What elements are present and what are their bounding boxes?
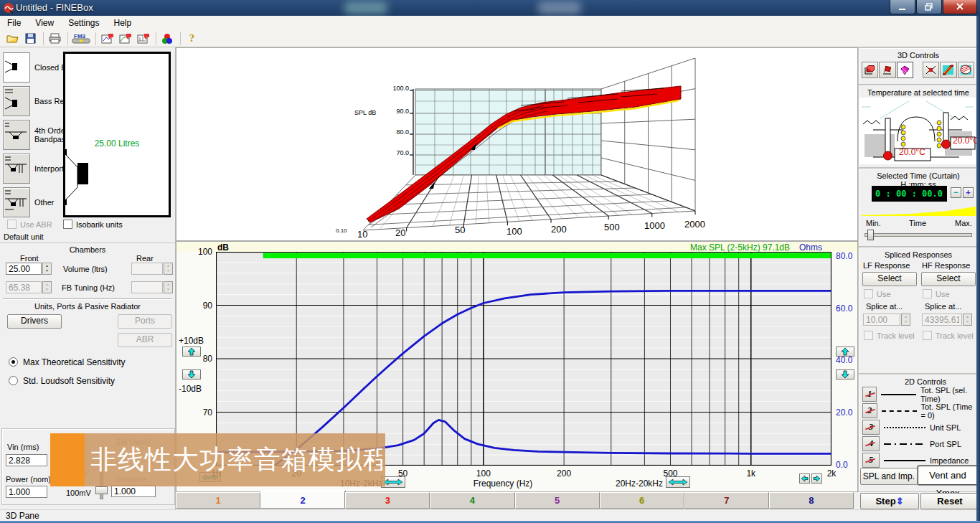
menu-settings[interactable]: Settings [61,17,106,29]
curve-5-button[interactable]: 5 [862,453,880,468]
lf-response-label: LF Response [863,261,910,270]
sensitivity-option-2[interactable]: Std. Loudsoft Sensitivity [9,376,115,386]
time-plus-button[interactable]: + [963,187,974,198]
3d-surface-button[interactable] [958,62,974,78]
front-volume-spinner[interactable]: ▲▼ [42,263,52,275]
tab-7[interactable]: 7 [684,492,769,509]
step-button-label: Step [875,496,895,506]
rgb-circles-icon [161,33,174,44]
front-label: Front [20,254,39,263]
export-graph-icon [137,33,150,44]
sensitivity-option-1[interactable]: Max Theoretical Sensitivity [9,357,126,367]
app-icon [3,2,14,14]
menu-view[interactable]: View [28,17,61,29]
save-button[interactable] [22,31,39,46]
tab-6[interactable]: 6 [600,492,684,509]
box-diagram: 25.00 Litres [63,52,171,217]
tab-4[interactable]: 4 [430,492,514,509]
restore-button[interactable] [916,0,942,14]
rear-label: Rear [136,254,154,263]
3d-curtain-button[interactable] [940,62,956,78]
curve-2-button[interactable]: 2 [862,403,877,418]
2d-control-curve-1: 1Tot. SPL (sel. Time) [859,386,978,402]
step-button[interactable]: Step⇕ [860,493,919,509]
ohm-tick-label: 60.0 [836,303,852,314]
drivers-button[interactable]: Drivers [7,314,62,329]
close-button[interactable] [943,0,977,14]
shift-left-button[interactable] [799,473,810,484]
box-type-icon [3,120,30,150]
curve-3-button[interactable]: 3 [862,420,880,435]
fm3-icon: FM3 [72,33,90,44]
tab-5[interactable]: 5 [515,492,600,509]
3d-plot-pane[interactable]: 100.090.080.070.0SPL dB10205010020050010… [176,47,858,241]
tab-3[interactable]: 3 [345,492,430,509]
freq-tick-label: 1k [738,468,764,479]
gain-down-button[interactable] [182,369,201,380]
export-curve-button[interactable] [117,31,133,46]
tab-8[interactable]: 8 [769,492,854,509]
help-button[interactable]: ? [184,31,200,46]
curve-label: Tot. SPL (sel. Time) [920,386,978,403]
status-text: 3D Pane [6,511,39,521]
fm3-button[interactable]: FM3 [71,31,91,46]
curve-4-button[interactable]: 4 [862,436,880,451]
vent-xmax-button[interactable]: Vent and Xmax [918,466,978,485]
reset-button[interactable]: Reset [920,493,979,509]
lf-track-checkbox-box [864,331,873,340]
distance-input[interactable] [111,485,156,497]
3d-view-front-button[interactable] [862,62,878,78]
export-box-button[interactable] [99,31,116,46]
lf-select-button[interactable]: Select [862,272,917,286]
titlebar-glass-blob [344,1,387,14]
spl-imp-button[interactable]: SPL and Imp. [860,468,918,485]
ohm-down-button[interactable] [836,369,854,380]
export-curve-icon [119,33,132,44]
up-arrow-icon [840,347,850,356]
time-minus-button[interactable]: − [951,187,961,198]
3d-view-top-button[interactable] [897,62,913,78]
export-graph-button[interactable] [135,31,151,46]
tab-2[interactable]: 2 [260,491,345,509]
vin-slider-thumb[interactable] [95,486,108,494]
lf-use-checkbox-box [864,289,873,298]
time-slider-track[interactable] [864,233,972,237]
watermark-banner: 非线性大功率音箱模拟程序 [50,433,385,486]
radio-icon [9,376,18,385]
colors-button[interactable] [159,31,176,46]
hf-use-label: Use [936,290,950,298]
hf-select-button[interactable]: Select [921,272,976,286]
use-abr-checkbox[interactable]: Use ABR [7,220,52,229]
open-button[interactable] [4,31,21,46]
3d-zoom-in-button[interactable] [923,62,939,78]
isobarik-checkbox[interactable]: Isobarik units [63,220,123,229]
3d-view-angle-button[interactable] [879,62,895,78]
minimize-button[interactable] [890,0,915,14]
cone-icon [899,65,911,75]
save-floppy-icon [25,33,36,44]
curve-label: Impedance [930,456,969,465]
lf-use-checkbox: Use [864,289,891,298]
freq-tick-label: 50 [390,468,416,479]
print-button[interactable] [47,31,63,46]
tab-label: 7 [724,495,729,506]
vin-input[interactable] [6,454,47,466]
db-tick-label: 90 [189,301,212,311]
line-style-sample [884,460,925,461]
menu-file[interactable]: File [0,17,28,29]
curve-1-button[interactable]: 1 [862,387,877,402]
tab-label: 8 [809,495,814,506]
time-slider-thumb[interactable] [867,230,874,240]
open-folder-icon [6,34,19,44]
sensitivity-option-label: Std. Loudsoft Sensitivity [23,376,115,386]
tab-1[interactable]: 1 [176,492,260,509]
front-volume-input[interactable] [6,263,42,275]
3d-controls-buttons [859,60,978,80]
curtain-icon [942,65,954,75]
power-input[interactable] [6,486,47,498]
menu-help[interactable]: Help [107,17,139,29]
units-section-title: Units, Ports & Pasive Radiator [0,302,175,311]
time-max-label: Max. [955,219,972,227]
default-unit-label: Default unit [4,232,44,241]
toolbar-separator [67,32,68,45]
